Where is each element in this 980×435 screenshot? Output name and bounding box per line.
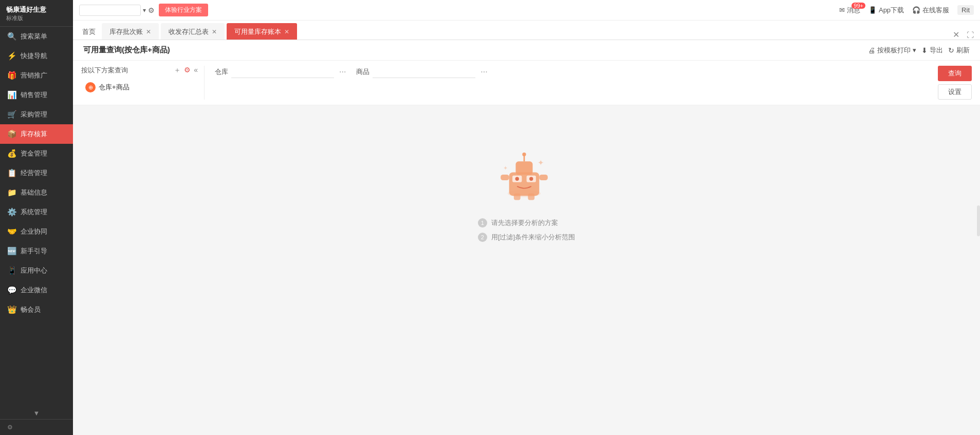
sidebar-item-cooperation[interactable]: 🤝 企业协同 — [0, 222, 73, 241]
sidebar-item-label: 企业协同 — [21, 227, 47, 236]
goods-input[interactable] — [373, 66, 475, 78]
sidebar-item-label: 经营管理 — [21, 168, 47, 178]
page-header-actions: 🖨 按模板打印 ▾ ⬇ 导出 ↻ 刷新 — [868, 46, 970, 55]
warehouse-more-icon[interactable]: ··· — [339, 67, 346, 77]
tab-batch-close[interactable]: ✕ — [146, 28, 151, 35]
tip-num-1: 1 — [478, 218, 487, 228]
username-label: Rit — [961, 6, 970, 14]
print-dropdown-icon[interactable]: ▾ — [913, 46, 916, 54]
sidebar-item-sales[interactable]: 📊 销售管理 — [0, 85, 73, 105]
query-button[interactable]: 查询 — [938, 66, 972, 81]
tabs-expand[interactable]: ⛶ — [965, 31, 976, 39]
trial-button[interactable]: 体验行业方案 — [159, 4, 208, 16]
top-search-input[interactable] — [79, 5, 141, 16]
sidebar-item-search[interactable]: 🔍 搜索菜单 — [0, 27, 73, 46]
sidebar-item-member[interactable]: 👑 畅会员 — [0, 300, 73, 319]
print-label: 按模板打印 — [877, 46, 911, 55]
app-title: 畅康通好生意 — [6, 5, 67, 14]
svg-point-4 — [515, 177, 519, 181]
add-scheme-button[interactable]: ＋ — [174, 66, 181, 75]
collapse-button[interactable]: « — [194, 66, 198, 75]
export-icon: ⬇ — [921, 46, 928, 54]
content-area: 可用量查询(按仓库+商品) 🖨 按模板打印 ▾ ⬇ 导出 ↻ 刷新 — [73, 40, 980, 435]
sidebar-item-purchase[interactable]: 🛒 采购管理 — [0, 105, 73, 124]
cart-icon: 🛒 — [7, 110, 16, 119]
sidebar-item-wechat[interactable]: 💬 企业微信 — [0, 280, 73, 300]
scheme-item-warehouse-goods[interactable]: ⊕ 仓库+商品 — [81, 79, 198, 96]
tabs-bar: 首页 库存批次账 ✕ 收发存汇总表 ✕ 可用量库存账本 ✕ ✕ ⛶ — [73, 21, 980, 40]
svg-text:✦: ✦ — [537, 159, 544, 167]
sidebar-item-label: 企业微信 — [21, 286, 47, 295]
tab-available-close[interactable]: ✕ — [284, 28, 289, 35]
sidebar-scroll-down[interactable]: ▼ — [0, 407, 73, 419]
service-button[interactable]: 🎧 在线客服 — [912, 6, 949, 15]
sidebar-item-label: 搜索菜单 — [21, 32, 47, 41]
search-dropdown-icon[interactable]: ▾ — [143, 7, 146, 14]
sidebar-item-guide[interactable]: 🆕 新手引导 — [0, 241, 73, 261]
tab-available-label: 可用量库存账本 — [234, 27, 281, 36]
message-icon: ✉ — [839, 6, 845, 14]
user-menu[interactable]: Rit — [957, 5, 974, 15]
export-label: 导出 — [930, 46, 943, 55]
sidebar-item-label: 资金管理 — [21, 149, 47, 158]
tab-receipts-close[interactable]: ✕ — [212, 28, 217, 35]
search-gear-icon[interactable]: ⚙ — [148, 6, 155, 14]
refresh-label: 刷新 — [956, 46, 970, 55]
sidebar-item-finance[interactable]: 💰 资金管理 — [0, 144, 73, 163]
export-button[interactable]: ⬇ 导出 — [921, 46, 943, 55]
tab-receipts-label: 收发存汇总表 — [169, 27, 209, 36]
sidebar-item-operation[interactable]: 📋 经营管理 — [0, 163, 73, 183]
filter-scheme-actions: ＋ ⚙ « — [174, 66, 198, 75]
sidebar-item-inventory[interactable]: 📦 库存核算 — [0, 124, 73, 144]
sidebar-item-apps[interactable]: 📱 应用中心 — [0, 261, 73, 280]
sidebar-item-shortcuts[interactable]: ⚡ 快捷导航 — [0, 46, 73, 66]
scheme-icon: ⊕ — [85, 82, 96, 92]
sidebar-item-label: 基础信息 — [21, 188, 47, 197]
app-subtitle: 标准版 — [6, 14, 67, 22]
tabs-right: ✕ ⛶ — [950, 30, 976, 40]
goods-more-icon[interactable]: ··· — [480, 67, 487, 77]
sidebar-item-label: 营销推广 — [21, 71, 47, 80]
sidebar-item-marketing[interactable]: 🎁 营销推广 — [0, 66, 73, 85]
page-title: 可用量查询(按仓库+商品) — [83, 45, 170, 55]
handshake-icon: 🤝 — [7, 227, 16, 236]
svg-rect-9 — [501, 175, 509, 180]
scheme-label: 仓库+商品 — [99, 83, 130, 92]
filter-action-buttons: 查询 设置 — [938, 66, 972, 100]
settings-button[interactable]: 设置 — [938, 84, 972, 100]
clipboard-icon: 📋 — [7, 168, 16, 178]
top-bar-right: ✉ 消息 99+ 📱 App下载 🎧 在线客服 Rit — [839, 5, 974, 15]
top-search-area: ▾ ⚙ — [79, 5, 155, 16]
warehouse-input[interactable] — [231, 66, 334, 78]
sidebar-item-label: 快捷导航 — [21, 51, 47, 61]
tab-receipts[interactable]: 收发存汇总表 ✕ — [161, 23, 225, 40]
app-download-button[interactable]: 📱 App下载 — [868, 6, 904, 15]
app-icon: 📱 — [868, 6, 877, 14]
tab-batch-label: 库存批次账 — [109, 27, 143, 36]
tip-text-2: 用[过滤]条件来缩小分析范围 — [491, 233, 575, 242]
sidebar-header: 畅康通好生意 标准版 — [0, 0, 73, 27]
page-header: 可用量查询(按仓库+商品) 🖨 按模板打印 ▾ ⬇ 导出 ↻ 刷新 — [73, 40, 980, 61]
goods-filter-group: 商品 ··· — [356, 66, 487, 78]
sidebar-item-system[interactable]: ⚙️ 系统管理 — [0, 202, 73, 222]
message-badge: 99+ — [852, 3, 865, 9]
tabs-close-all[interactable]: ✕ — [950, 30, 963, 40]
main-area: ▾ ⚙ 体验行业方案 ✉ 消息 99+ 📱 App下载 🎧 在线客服 — [73, 0, 980, 435]
refresh-button[interactable]: ↻ 刷新 — [948, 46, 970, 55]
filter-schemes-title: 按以下方案查询 — [81, 66, 128, 75]
sidebar-item-label: 采购管理 — [21, 110, 47, 119]
app-label: App下载 — [879, 6, 904, 15]
settings-scheme-button[interactable]: ⚙ — [184, 66, 191, 75]
print-button[interactable]: 🖨 按模板打印 ▾ — [868, 46, 916, 55]
new-icon: 🆕 — [7, 247, 16, 256]
tab-home[interactable]: 首页 — [77, 24, 101, 40]
warehouse-label: 仓库 — [215, 67, 228, 77]
goods-label: 商品 — [356, 67, 369, 77]
box-icon: 📦 — [7, 129, 16, 139]
message-button[interactable]: ✉ 消息 99+ — [839, 6, 860, 15]
sidebar-item-basic[interactable]: 📁 基础信息 — [0, 183, 73, 202]
empty-state: ✦ ✦ 1 请先选择要分析的方案 2 用[过滤]条件来缩小分析范围 — [73, 105, 980, 288]
tab-batch[interactable]: 库存批次账 ✕ — [102, 23, 159, 40]
tab-available[interactable]: 可用量库存账本 ✕ — [227, 23, 297, 40]
tip-num-2: 2 — [478, 233, 487, 242]
